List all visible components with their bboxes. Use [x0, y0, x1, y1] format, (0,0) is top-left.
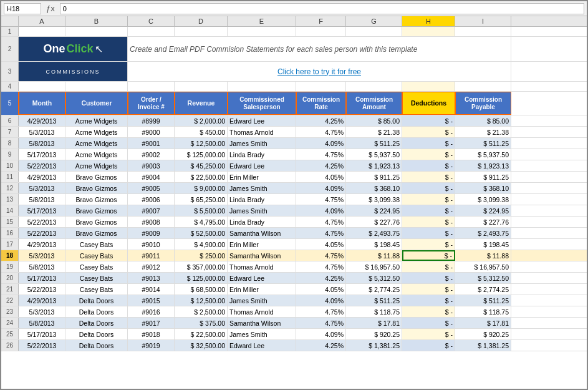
cell-c23[interactable]: #9016 [128, 306, 175, 317]
cell-g16[interactable]: $ 2,493.75 [346, 228, 402, 238]
cell-b18[interactable]: Casey Bats [65, 250, 128, 261]
cell-h24[interactable]: $ - [402, 318, 455, 328]
cell-h21[interactable]: $ - [402, 284, 455, 295]
cell-d18[interactable]: $ 250.00 [175, 250, 228, 261]
cell-h17[interactable]: $ - [402, 239, 455, 250]
cell-h9[interactable]: $ - [402, 149, 455, 160]
cell-d20[interactable]: $ 125,000.00 [175, 273, 228, 283]
cell-d1[interactable] [175, 27, 228, 36]
cell-c7[interactable]: #9000 [128, 127, 175, 137]
cell-e11[interactable]: Erin Miller [228, 172, 296, 182]
cell-h25[interactable]: $ - [402, 329, 455, 339]
cell-d12[interactable]: $ 9,000.00 [175, 183, 228, 193]
cell-e10[interactable]: Edward Lee [228, 160, 296, 171]
cell-d16[interactable]: $ 52,500.00 [175, 228, 228, 238]
cell-c19[interactable]: #9012 [128, 261, 175, 272]
cell-e16[interactable]: Samantha Wilson [228, 228, 296, 238]
cell-d26[interactable]: $ 32,500.00 [175, 340, 228, 351]
cell-c16[interactable]: #9009 [128, 228, 175, 238]
cell-i17[interactable]: $ 198.45 [455, 239, 511, 250]
cell-g15[interactable]: $ 227.76 [346, 217, 402, 227]
cell-c11[interactable]: #9004 [128, 172, 175, 182]
cell-h22[interactable]: $ - [402, 295, 455, 306]
cell-e7[interactable]: Thomas Arnold [228, 127, 296, 137]
cell-f26[interactable]: 4.25% [296, 340, 346, 351]
cell-a19[interactable]: 5/8/2013 [19, 261, 65, 272]
cell-i24[interactable]: $ 17.81 [455, 318, 511, 328]
cell-a4[interactable] [19, 82, 65, 91]
cell-h12[interactable]: $ - [402, 183, 455, 193]
cell-i23[interactable]: $ 118.75 [455, 306, 511, 317]
cell-f6[interactable]: 4.25% [296, 115, 346, 126]
cell-i6[interactable]: $ 85.00 [455, 115, 511, 126]
cell-h20[interactable]: $ - [402, 273, 455, 283]
cell-d19[interactable]: $ 357,000.00 [175, 261, 228, 272]
cell-f18[interactable]: 4.75% [296, 250, 346, 261]
cell-c24[interactable]: #9017 [128, 318, 175, 328]
col-header-a[interactable]: A [19, 16, 65, 26]
formula-input[interactable]: 0 [60, 3, 584, 14]
cell-e21[interactable]: Erin Miller [228, 284, 296, 295]
cell-e24[interactable]: Samantha Wilson [228, 318, 296, 328]
cell-c6[interactable]: #8999 [128, 115, 175, 126]
cell-b11[interactable]: Bravo Gizmos [65, 172, 128, 182]
cell-h11[interactable]: $ - [402, 172, 455, 182]
cell-a9[interactable]: 5/17/2013 [19, 149, 65, 160]
cell-f10[interactable]: 4.25% [296, 160, 346, 171]
cell-e14[interactable]: James Smith [228, 205, 296, 216]
cell-i25[interactable]: $ 920.25 [455, 329, 511, 339]
cell-b8[interactable]: Acme Widgets [65, 138, 128, 149]
cell-c21[interactable]: #9014 [128, 284, 175, 295]
cell-e8[interactable]: James Smith [228, 138, 296, 149]
cell-a24[interactable]: 5/8/2013 [19, 318, 65, 328]
cell-i9[interactable]: $ 5,937.50 [455, 149, 511, 160]
cell-c14[interactable]: #9007 [128, 205, 175, 216]
col-header-b[interactable]: B [65, 16, 128, 26]
cell-a26[interactable]: 5/22/2013 [19, 340, 65, 351]
cell-a18[interactable]: 5/3/2013 [19, 250, 65, 261]
cell-i4[interactable] [455, 82, 511, 91]
cell-d7[interactable]: $ 450.00 [175, 127, 228, 137]
cell-a21[interactable]: 5/22/2013 [19, 284, 65, 295]
cell-d21[interactable]: $ 68,500.00 [175, 284, 228, 295]
cell-b6[interactable]: Acme Widgets [65, 115, 128, 126]
cell-g25[interactable]: $ 920.25 [346, 329, 402, 339]
cell-a16[interactable]: 5/22/2013 [19, 228, 65, 238]
cell-g19[interactable]: $ 16,957.50 [346, 261, 402, 272]
cell-i15[interactable]: $ 227.76 [455, 217, 511, 227]
cell-f11[interactable]: 4.05% [296, 172, 346, 182]
cell-e17[interactable]: Erin Miller [228, 239, 296, 250]
cell-b24[interactable]: Delta Doors [65, 318, 128, 328]
cell-e12[interactable]: James Smith [228, 183, 296, 193]
col-header-e[interactable]: E [228, 16, 296, 26]
cell-a22[interactable]: 4/29/2013 [19, 295, 65, 306]
cell-b17[interactable]: Casey Bats [65, 239, 128, 250]
cell-e20[interactable]: Edward Lee [228, 273, 296, 283]
cell-a8[interactable]: 5/8/2013 [19, 138, 65, 149]
cell-i8[interactable]: $ 511.25 [455, 138, 511, 149]
cell-b10[interactable]: Acme Widgets [65, 160, 128, 171]
cell-c4[interactable] [128, 82, 175, 91]
cell-d23[interactable]: $ 2,500.00 [175, 306, 228, 317]
cell-c1[interactable] [128, 27, 175, 36]
cell-h16[interactable]: $ - [402, 228, 455, 238]
cell-e23[interactable]: Thomas Arnold [228, 306, 296, 317]
cell-a23[interactable]: 5/3/2013 [19, 306, 65, 317]
cell-f7[interactable]: 4.75% [296, 127, 346, 137]
cell-a1[interactable] [19, 27, 65, 36]
link-cell[interactable]: Click here to try it for free [128, 62, 511, 81]
cell-b25[interactable]: Delta Doors [65, 329, 128, 339]
col-header-h[interactable]: H [402, 16, 455, 26]
cell-c12[interactable]: #9005 [128, 183, 175, 193]
cell-b20[interactable]: Casey Bats [65, 273, 128, 283]
cell-f14[interactable]: 4.09% [296, 205, 346, 216]
cell-b1[interactable] [65, 27, 128, 36]
cell-e9[interactable]: Linda Brady [228, 149, 296, 160]
cell-c9[interactable]: #9002 [128, 149, 175, 160]
cell-a13[interactable]: 5/8/2013 [19, 194, 65, 205]
cell-h10[interactable]: $ - [402, 160, 455, 171]
cell-f21[interactable]: 4.05% [296, 284, 346, 295]
cell-c26[interactable]: #9019 [128, 340, 175, 351]
cell-h14[interactable]: $ - [402, 205, 455, 216]
cell-i14[interactable]: $ 224.95 [455, 205, 511, 216]
